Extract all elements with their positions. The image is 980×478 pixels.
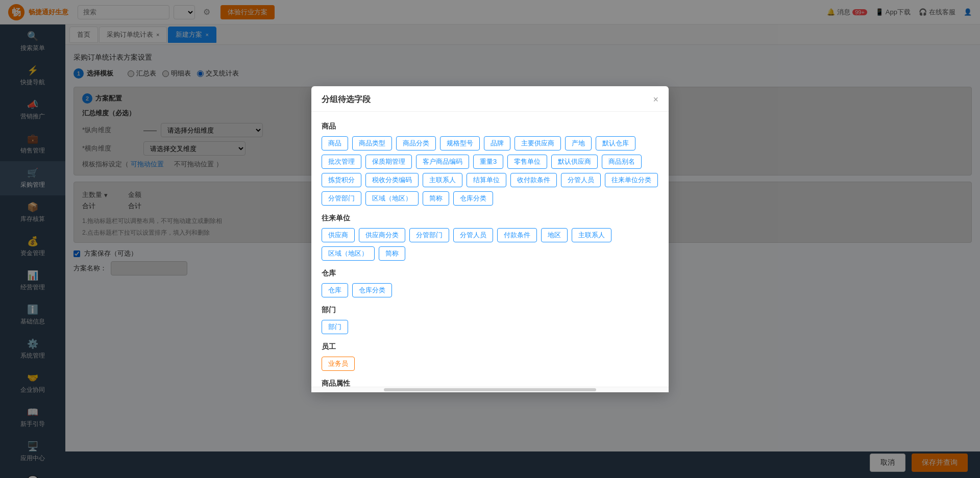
field-tag-warehouse[interactable]: 仓库	[322, 283, 348, 284]
modal-title: 分组待选字段	[322, 94, 371, 105]
field-tag-partner-dept[interactable]: 分管部门	[409, 228, 449, 242]
field-tag-default-supplier[interactable]: 默认供应商	[551, 155, 598, 169]
field-tag-short-name[interactable]: 简称	[423, 191, 449, 206]
field-tag-warehouse-category[interactable]: 仓库分类	[453, 191, 493, 206]
field-tag-partner-manager[interactable]: 分管人员	[453, 228, 493, 242]
field-tag-main-contact-partner[interactable]: 主联系人	[572, 228, 611, 242]
field-tag-abbr-partner[interactable]: 简称	[379, 246, 405, 261]
partner-fields: 供应商 供应商分类 分管部门 分管人员 付款条件 地区 主联系人 区域（地区） …	[322, 228, 658, 261]
field-tag-area[interactable]: 地区	[541, 228, 568, 242]
section-title-warehouse: 仓库	[322, 269, 658, 278]
field-tag-payment-terms[interactable]: 收付款条件	[510, 173, 557, 187]
field-tag-payment-condition[interactable]: 付款条件	[497, 228, 537, 242]
field-tag-customer-product-code[interactable]: 客户商品编码	[416, 155, 469, 169]
field-tag-partner-category[interactable]: 往来单位分类	[605, 173, 658, 187]
field-tag-batch-mgmt[interactable]: 批次管理	[322, 155, 361, 169]
field-tag-product-category[interactable]: 商品分类	[396, 136, 436, 150]
section-title-product: 商品	[322, 122, 658, 131]
field-tag-picking-points[interactable]: 拣货积分	[322, 173, 361, 187]
field-tag-region-partner[interactable]: 区域（地区）	[322, 246, 375, 261]
field-tag-spec-model[interactable]: 规格型号	[440, 136, 480, 150]
warehouse-fields: 仓库 仓库分类	[322, 283, 658, 284]
modal-close-button[interactable]: ×	[653, 94, 658, 105]
field-tag-manager-dept[interactable]: 分管部门	[322, 191, 361, 206]
field-tag-manager-staff[interactable]: 分管人员	[561, 173, 601, 187]
field-tag-main-contact[interactable]: 主联系人	[423, 173, 462, 187]
field-tag-retail-unit[interactable]: 零售单位	[507, 155, 547, 169]
field-tag-region-district[interactable]: 区域（地区）	[365, 191, 419, 206]
field-tag-main-supplier[interactable]: 主要供应商	[514, 136, 561, 150]
field-tag-warehouse-cat[interactable]: 仓库分类	[352, 283, 392, 284]
modal-overlay: 分组待选字段 × 商品 商品 商品类型 商品分类 规格型号 品牌 主要供应商 产…	[0, 0, 980, 284]
field-tag-origin[interactable]: 产地	[565, 136, 592, 150]
field-tag-product[interactable]: 商品	[322, 136, 348, 150]
field-tag-weight3[interactable]: 重量3	[473, 155, 503, 169]
field-tag-shelf-life-mgmt[interactable]: 保质期管理	[365, 155, 412, 169]
modal-dialog: 分组待选字段 × 商品 商品 商品类型 商品分类 规格型号 品牌 主要供应商 产…	[311, 86, 669, 284]
field-tag-supplier[interactable]: 供应商	[322, 228, 355, 242]
field-tag-default-warehouse[interactable]: 默认仓库	[596, 136, 635, 150]
modal-header: 分组待选字段 ×	[311, 86, 669, 112]
modal-body: 商品 商品 商品类型 商品分类 规格型号 品牌 主要供应商 产地 默认仓库 批次…	[311, 112, 669, 284]
field-tag-settlement-unit[interactable]: 结算单位	[467, 173, 506, 187]
field-tag-product-alias[interactable]: 商品别名	[602, 155, 642, 169]
section-title-partner: 往来单位	[322, 214, 658, 223]
field-tag-brand[interactable]: 品牌	[484, 136, 510, 150]
field-tag-tax-category-code[interactable]: 税收分类编码	[365, 173, 419, 187]
field-tag-supplier-category[interactable]: 供应商分类	[359, 228, 405, 242]
field-tag-product-type[interactable]: 商品类型	[352, 136, 392, 150]
product-fields: 商品 商品类型 商品分类 规格型号 品牌 主要供应商 产地 默认仓库 批次管理 …	[322, 136, 658, 206]
